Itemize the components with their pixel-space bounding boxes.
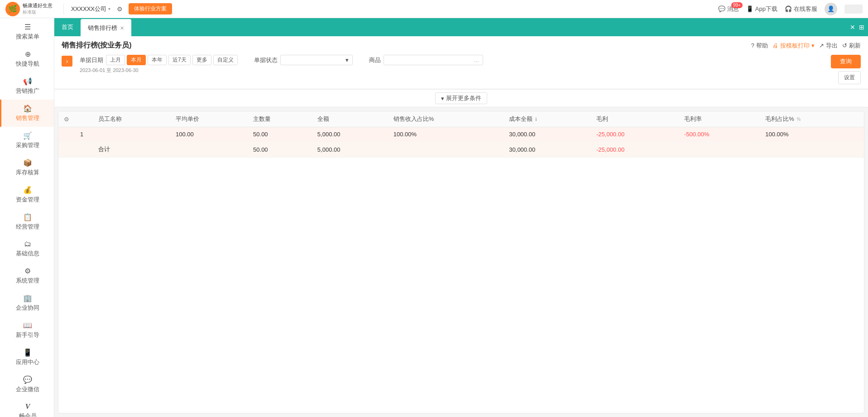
date-btn-custom[interactable]: 自定义 [213,55,238,65]
expand-row: ▾ 展开更多条件 [54,89,868,107]
app-name: 畅康通好生意 [23,2,53,9]
user-avatar[interactable]: 👤 [825,3,837,15]
tab-sales-rank-label: 销售排行榜 [88,24,117,32]
filter-section: 销售排行榜(按业务员) ? 帮助 🖨 按模板打印 ▾ ↗ [54,36,868,89]
status-chevron-icon: ▾ [345,57,349,63]
sidebar-item-app-center[interactable]: 📱 应用中心 [0,344,54,371]
table-footer-row: 合计 50.00 5,000.00 30,000.00 -25,000.00 [58,142,864,158]
col-amount: 全额 [312,111,388,127]
company-settings-icon[interactable]: ⚙ [114,4,125,14]
sidebar-item-purchase[interactable]: 🛒 采购管理 [0,127,54,154]
top-bar: 🌿 畅康通好生意 标准版 XXXXXX公司 ▾ ⚙ 体验行业方案 💬 消息 99… [0,0,868,18]
tab-sales-rank[interactable]: 销售排行榜 ✕ [81,19,131,37]
print-chevron-icon: ▾ [811,42,815,49]
col-sales-pct: 销售收入占比% [388,111,504,127]
page-title-row: 销售排行榜(按业务员) ? 帮助 🖨 按模板打印 ▾ ↗ [62,41,861,50]
filter-collapse-btn[interactable]: › [62,56,72,67]
row-sales-pct: 100.00% [388,127,504,142]
row-amount: 5,000.00 [312,127,388,142]
sidebar-item-quick-nav[interactable]: ⊕ 快捷导航 [0,45,54,72]
goods-input[interactable]: ... [384,55,483,65]
help-btn[interactable]: ? 帮助 [751,42,768,50]
date-filter-group: 单据日期 上月 本月 本年 近7天 更多 自定义 2023-06-01 至 20… [80,55,238,74]
message-btn[interactable]: 💬 消息 99+ [718,5,739,13]
sidebar-item-enterprise[interactable]: 🏢 企业协同 [0,289,54,316]
company-selector[interactable]: XXXXXX公司 ▾ [71,5,110,13]
footer-profit-pct [760,142,864,158]
date-quick-btns: 上月 本月 本年 近7天 更多 自定义 [106,55,238,65]
app-logo: 🌿 [5,2,20,16]
tab-home[interactable]: 首页 [54,18,81,36]
sidebar-label-quick-nav: 快捷导航 [16,60,39,68]
app-download-btn[interactable]: 📱 App下载 [746,5,777,13]
print-label: 按模板打印 [780,42,810,50]
sidebar-label-marketing: 营销推广 [16,87,39,95]
goods-more-icon: ... [474,57,479,63]
query-settings-col: 查询 设置 [831,55,861,84]
row-rank: 1 [75,127,93,142]
tab-home-label: 首页 [62,23,73,31]
status-filter-group: 单据状态 ▾ [254,55,353,65]
status-select[interactable]: ▾ [280,55,353,65]
settings-button[interactable]: 设置 [838,71,861,84]
inventory-icon: 📦 [23,158,32,167]
footer-avg-price [170,142,248,158]
row-profit: -25,000.00 [591,127,679,142]
help-label: 帮助 [756,42,768,50]
footer-settings-col [58,142,75,158]
date-btn-more[interactable]: 更多 [192,55,211,65]
sidebar: ☰ 搜索菜单 ⊕ 快捷导航 📢 营销推广 🏠 销售管理 🛒 采购管理 📦 库存核… [0,18,54,417]
filter-main-row: › 单据日期 上月 本月 本年 近7天 更多 自定义 [62,55,861,84]
date-filter-label: 单据日期 [80,56,103,64]
basic-info-icon: 🗂 [24,240,31,248]
sidebar-item-guide[interactable]: 📖 新手引导 [0,316,54,344]
sidebar-item-inventory[interactable]: 📦 库存核算 [0,154,54,181]
tab-close-icon[interactable]: ✕ [120,25,124,31]
col-rank [75,111,93,127]
row-profit-pct: 100.00% [760,127,864,142]
cost-info-icon: ℹ [535,117,537,122]
sidebar-item-system[interactable]: ⚙ 系统管理 [0,262,54,289]
online-service-btn[interactable]: 🎧 在线客服 [785,5,817,13]
window-close-icon[interactable]: ✕ [850,24,855,31]
trial-button[interactable]: 体验行业方案 [129,3,172,14]
sidebar-item-marketing[interactable]: 📢 营销推广 [0,72,54,100]
date-range-display: 2023-06-01 至 2023-06-30 [80,67,238,74]
username-display [844,5,863,14]
date-btn-this-year[interactable]: 本年 [148,55,167,65]
sidebar-item-operations[interactable]: 📋 经营管理 [0,208,54,235]
sidebar-label-guide: 新手引导 [16,331,39,339]
date-btn-this-month[interactable]: 本月 [127,55,146,65]
refresh-btn[interactable]: ↺ 刷新 [842,42,861,50]
date-btn-last-month[interactable]: 上月 [106,55,125,65]
export-btn[interactable]: ↗ 导出 [819,42,838,50]
sidebar-item-sales[interactable]: 🏠 销售管理 [0,100,54,127]
footer-sales-pct [388,142,504,158]
main-layout: ☰ 搜索菜单 ⊕ 快捷导航 📢 营销推广 🏠 销售管理 🛒 采购管理 📦 库存核… [0,18,868,417]
col-settings[interactable]: ⚙ [58,111,75,127]
search-menu-icon: ☰ [24,23,31,31]
sidebar-item-member[interactable]: V 畅会员 [0,398,54,417]
print-icon: 🖨 [772,42,778,49]
sidebar-item-wechat[interactable]: 💬 企业微信 [0,371,54,398]
query-button[interactable]: 查询 [831,55,861,68]
footer-cost: 30,000.00 [504,142,591,158]
top-right-actions: 💬 消息 99+ 📱 App下载 🎧 在线客服 👤 [718,3,863,15]
expand-conditions-btn[interactable]: ▾ 展开更多条件 [435,92,487,104]
sales-rank-table: ⚙ 员工名称 平均单价 主数量 全额 销售收入占比% 成本全额 ℹ 毛利 [58,111,864,158]
sidebar-item-finance[interactable]: 💰 资金管理 [0,181,54,208]
row-avg-price: 100.00 [170,127,248,142]
page-content: 销售排行榜(按业务员) ? 帮助 🖨 按模板打印 ▾ ↗ [54,36,868,417]
sales-icon: 🏠 [23,104,32,113]
window-expand-icon[interactable]: ⊞ [859,24,864,31]
sidebar-label-finance: 资金管理 [16,196,39,204]
sidebar-item-basic-info[interactable]: 🗂 基础信息 [0,235,54,262]
print-btn[interactable]: 🖨 按模板打印 ▾ [772,42,815,50]
col-employee: 员工名称 [93,111,170,127]
app-download-label: App下载 [755,5,777,13]
date-btn-7days[interactable]: 近7天 [168,55,191,65]
export-icon: ↗ [819,42,824,49]
system-icon: ⚙ [24,267,31,275]
wechat-icon: 💬 [23,375,32,384]
sidebar-item-search[interactable]: ☰ 搜索菜单 [0,18,54,45]
